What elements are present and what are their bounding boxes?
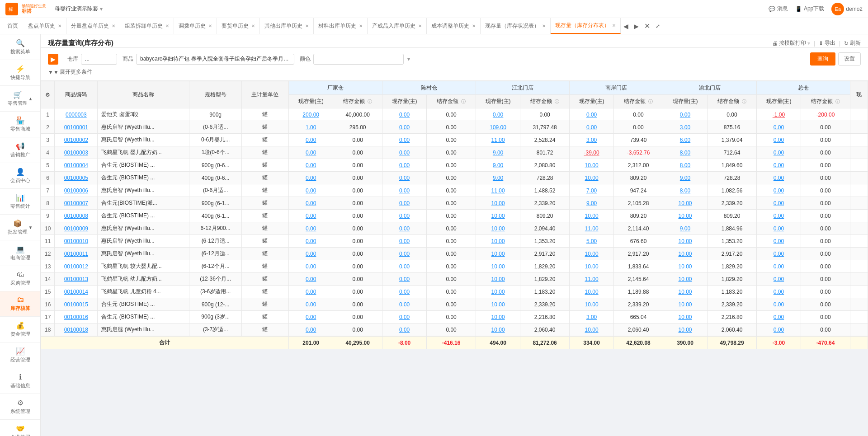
tab-yaohuo[interactable]: 要货单历史 ✕: [217, 18, 260, 34]
row-nanAn-qty[interactable]: -39.00: [569, 146, 614, 159]
close-icon[interactable]: ✕: [418, 23, 422, 28]
row-code[interactable]: 00100006: [55, 184, 98, 197]
close-icon[interactable]: ✕: [305, 23, 309, 28]
row-jiangBei-qty[interactable]: 10.00: [476, 298, 520, 311]
row-nanAn-qty[interactable]: 11.00: [569, 273, 614, 286]
tab-zuhe[interactable]: 组装拆卸单历史 ✕: [120, 18, 174, 34]
row-yuBei-qty[interactable]: 10.00: [663, 248, 708, 260]
row-jiangBei-qty[interactable]: 10.00: [476, 311, 520, 323]
row-chenCun-qty[interactable]: 0.00: [382, 298, 427, 311]
sidebar-item-member[interactable]: 👤 会员中心: [0, 163, 40, 189]
row-yuBei-qty[interactable]: 3.00: [663, 121, 708, 134]
row-chenCun-qty[interactable]: 0.00: [382, 172, 427, 184]
setting-button[interactable]: 设置: [838, 52, 861, 66]
tab-fenpan[interactable]: 分量盘点单历史 ✕: [66, 18, 120, 34]
row-changjiaCun-qty[interactable]: 0.00: [288, 273, 333, 286]
message-btn[interactable]: 💬 消息: [769, 5, 788, 13]
row-chenCun-qty[interactable]: 0.00: [382, 121, 427, 134]
row-total-qty[interactable]: 0.00: [756, 273, 801, 286]
row-changjiaCun-qty[interactable]: 0.00: [288, 172, 333, 184]
row-jiangBei-qty[interactable]: 11.00: [476, 184, 520, 197]
row-chenCun-qty[interactable]: 0.00: [382, 210, 427, 222]
search-button[interactable]: 查询: [810, 52, 835, 66]
row-changjiaCun-qty[interactable]: 0.00: [288, 222, 333, 235]
user-avatar[interactable]: Ea demo2: [831, 3, 863, 15]
close-icon[interactable]: ✕: [165, 23, 169, 28]
sidebar-item-nav[interactable]: ⚡ 快捷导航: [0, 60, 40, 86]
row-total-qty[interactable]: 0.00: [756, 298, 801, 311]
row-yuBei-qty[interactable]: 9.00: [663, 222, 708, 235]
row-jiangBei-qty[interactable]: 10.00: [476, 260, 520, 273]
tab-cailiaochu[interactable]: 材料出库单历史 ✕: [314, 18, 368, 34]
row-yuBei-qty[interactable]: 10.00: [663, 298, 708, 311]
row-chenCun-qty[interactable]: 0.00: [382, 248, 427, 260]
row-nanAn-qty[interactable]: 10.00: [569, 298, 614, 311]
sidebar-item-retail[interactable]: 🛒 零售管理 ▲: [0, 86, 40, 112]
row-nanAn-qty[interactable]: 10.00: [569, 286, 614, 298]
info-icon[interactable]: ⓘ: [461, 99, 466, 104]
row-jiangBei-qty[interactable]: 10.00: [476, 235, 520, 248]
row-chenCun-qty[interactable]: 0.00: [382, 260, 427, 273]
row-nanAn-qty[interactable]: 10.00: [569, 159, 614, 172]
row-jiangBei-qty[interactable]: 11.00: [476, 134, 520, 146]
tab-kucun-dist[interactable]: 现存量（库存分布表） ✕: [551, 18, 621, 34]
row-chenCun-qty[interactable]: 0.00: [382, 311, 427, 323]
row-code[interactable]: 00100004: [55, 159, 98, 172]
row-jiangBei-qty[interactable]: 10.00: [476, 286, 520, 298]
info-icon[interactable]: ⓘ: [555, 99, 559, 104]
row-total-qty[interactable]: 0.00: [756, 134, 801, 146]
tab-diaob[interactable]: 调拨单历史 ✕: [174, 18, 217, 34]
row-jiangBei-qty[interactable]: 10.00: [476, 210, 520, 222]
tab-chengben[interactable]: 成本调整单历史 ✕: [427, 18, 481, 34]
tab-prev-btn[interactable]: ◀: [621, 23, 631, 30]
row-total-qty[interactable]: 0.00: [756, 210, 801, 222]
close-icon[interactable]: ✕: [208, 23, 212, 28]
row-code[interactable]: 00100007: [55, 197, 98, 210]
row-yuBei-qty[interactable]: 10.00: [663, 311, 708, 323]
print-btn[interactable]: 🖨 按模版打印 ▾: [772, 39, 810, 47]
row-nanAn-qty[interactable]: 10.00: [569, 260, 614, 273]
row-changjiaCun-qty[interactable]: 1.00: [288, 121, 333, 134]
row-code[interactable]: 00100009: [55, 222, 98, 235]
sidebar-item-marketing[interactable]: 📢 营销推广: [0, 137, 40, 163]
row-nanAn-qty[interactable]: 3.00: [569, 134, 614, 146]
row-code[interactable]: 00100018: [55, 323, 98, 337]
row-code[interactable]: 00100005: [55, 172, 98, 184]
sidebar-item-inventory[interactable]: 🗂 库存核算: [0, 291, 40, 317]
row-code[interactable]: 00100008: [55, 210, 98, 222]
sidebar-item-ecommerce[interactable]: 💻 电商管理: [0, 240, 40, 266]
tab-kucun-status[interactable]: 现存量（库存状况表） ✕: [481, 18, 551, 34]
row-yuBei-qty[interactable]: 10.00: [663, 197, 708, 210]
tab-chengpin[interactable]: 产成品入库单历史 ✕: [368, 18, 427, 34]
close-icon[interactable]: ✕: [359, 23, 363, 28]
row-chenCun-qty[interactable]: 0.00: [382, 273, 427, 286]
row-changjiaCun-qty[interactable]: 0.00: [288, 298, 333, 311]
app-download-btn[interactable]: 📱 App下载: [795, 5, 824, 13]
row-yuBei-qty[interactable]: 10.00: [663, 210, 708, 222]
row-nanAn-qty[interactable]: 9.00: [569, 197, 614, 210]
row-code[interactable]: 00100013: [55, 273, 98, 286]
tab-pandian[interactable]: 盘点单历史 ✕: [24, 18, 66, 34]
row-yuBei-qty[interactable]: 0.00: [663, 108, 708, 121]
settings-icon[interactable]: ⚙: [45, 92, 50, 98]
sidebar-item-collab[interactable]: 🤝 企业协同: [0, 420, 40, 436]
row-changjiaCun-qty[interactable]: 0.00: [288, 248, 333, 260]
row-yuBei-qty[interactable]: 9.00: [663, 172, 708, 184]
tab-next-btn[interactable]: ▶: [631, 23, 642, 30]
row-nanAn-qty[interactable]: 0.00: [569, 121, 614, 134]
row-jiangBei-qty[interactable]: 10.00: [476, 273, 520, 286]
row-code[interactable]: 00100010: [55, 235, 98, 248]
row-jiangBei-qty[interactable]: 0.00: [476, 108, 520, 121]
row-changjiaCun-qty[interactable]: 200.00: [288, 108, 333, 121]
row-changjiaCun-qty[interactable]: 0.00: [288, 311, 333, 323]
row-yuBei-qty[interactable]: 10.00: [663, 273, 708, 286]
row-changjiaCun-qty[interactable]: 0.00: [288, 184, 333, 197]
row-changjiaCun-qty[interactable]: 0.00: [288, 159, 333, 172]
tab-home[interactable]: 首页: [2, 18, 24, 34]
row-jiangBei-qty[interactable]: 109.00: [476, 121, 520, 134]
row-code[interactable]: 00100003: [55, 146, 98, 159]
row-code[interactable]: 00100012: [55, 260, 98, 273]
row-nanAn-qty[interactable]: 11.00: [569, 222, 614, 235]
row-total-qty[interactable]: 0.00: [756, 159, 801, 172]
row-total-qty[interactable]: 0.00: [756, 146, 801, 159]
